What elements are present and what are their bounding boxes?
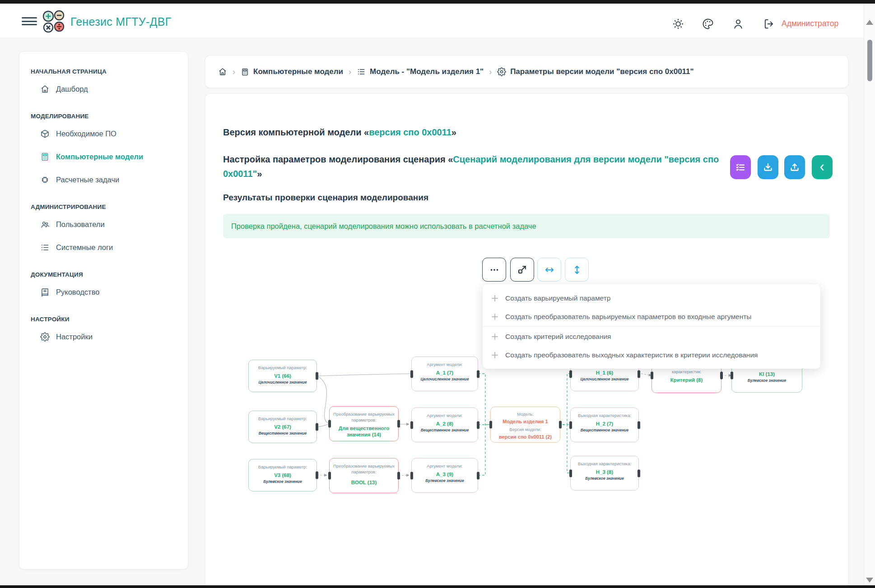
user-profile-button[interactable] [731, 18, 745, 31]
plus-icon [490, 312, 499, 321]
output-handle[interactable] [638, 469, 640, 477]
sidebar-section-documentation: ДОКУМЕНТАЦИЯ [31, 271, 188, 278]
diagram-node-a1[interactable]: Аргумент модели: A_1 (7) Целочисленное з… [411, 357, 478, 391]
theme-toggle-button[interactable] [671, 18, 685, 31]
output-handle[interactable] [397, 420, 400, 428]
sidebar-item-dashboard[interactable]: Дашборд [40, 78, 183, 101]
input-handle[interactable] [328, 472, 331, 480]
window-top-strip [0, 0, 875, 4]
diagram-more-actions-button[interactable] [482, 258, 506, 282]
output-handle[interactable] [477, 472, 479, 479]
create-element-menu: Создать варьируемый параметр Создать пре… [483, 284, 820, 369]
sidebar-item-manual[interactable]: Руководство [40, 281, 183, 304]
plus-icon [490, 351, 499, 360]
book-icon [40, 287, 50, 297]
output-handle[interactable] [316, 423, 318, 431]
diagram-node-transform-real[interactable]: Преобразование варьируемых параметров: Д… [329, 406, 399, 441]
sidebar-section-home: НАЧАЛЬНАЯ СТРАНИЦА [31, 68, 188, 75]
diagram-fit-horizontal-button[interactable] [537, 258, 561, 282]
input-handle[interactable] [410, 472, 413, 479]
home-icon [40, 84, 50, 94]
upload-button[interactable] [784, 155, 805, 179]
sidebar-item-calculation-tasks[interactable]: Расчетные задачи [40, 168, 183, 191]
output-handle[interactable] [559, 421, 562, 429]
scrollbar-down-arrow[interactable] [866, 578, 873, 583]
breadcrumb-computer-models[interactable]: Компьютерные модели [241, 67, 343, 76]
output-handle[interactable] [638, 370, 640, 378]
input-handle[interactable] [569, 421, 572, 429]
output-handle[interactable] [638, 421, 640, 429]
user-icon [732, 18, 745, 30]
input-handle[interactable] [328, 420, 331, 428]
sidebar-navigation: НАЧАЛЬНАЯ СТРАНИЦА Дашборд МОДЕЛИРОВАНИЕ… [19, 52, 188, 569]
output-handle[interactable] [477, 421, 479, 429]
gear-icon [40, 332, 50, 342]
input-handle[interactable] [410, 421, 413, 429]
menu-item-create-output-transformer[interactable]: Создать преобразователь выходных характе… [483, 346, 820, 364]
breadcrumb-version-parameters: Параметры версии модели "версия спо 0x00… [497, 67, 694, 76]
sidebar-item-system-logs[interactable]: Системные логи [40, 236, 183, 259]
plus-icon [490, 294, 499, 303]
list-icon [40, 243, 50, 252]
sidebar-item-computer-models[interactable]: Компьютерные модели [40, 145, 183, 168]
diagram-node-v3[interactable]: Варьируемый параметр: V3 (68) Булевское … [248, 459, 317, 491]
calculator-icon [241, 68, 249, 76]
input-handle[interactable] [569, 469, 572, 477]
palette-button[interactable] [701, 18, 715, 31]
input-handle[interactable] [489, 421, 492, 429]
current-user-role[interactable]: Администратор [782, 19, 838, 28]
diagram-node-transform-bool[interactable]: Преобразование варьируемых параметров: B… [329, 458, 399, 493]
vertical-scrollbar[interactable] [864, 4, 875, 585]
menu-item-create-input-transformer[interactable]: Создать преобразователь варьируемых пара… [483, 307, 820, 326]
sidebar-section-administration: АДМИНИСТРИРОВАНИЕ [31, 204, 188, 210]
scrollbar-up-arrow[interactable] [866, 20, 873, 25]
scrollbar-thumb[interactable] [867, 40, 872, 81]
diagram-fit-vertical-button[interactable] [565, 258, 589, 282]
breadcrumb-separator: › [489, 67, 492, 77]
page-title: Версия компьютерной модели «версия спо 0… [223, 127, 830, 138]
breadcrumb-home[interactable] [218, 67, 227, 76]
diagram-fullscreen-button[interactable] [510, 258, 534, 282]
diagram-node-a2[interactable]: Аргумент модели: A_2 (8) Вещественное зн… [411, 407, 478, 442]
input-handle[interactable] [731, 371, 733, 379]
sidebar-item-users[interactable]: Пользователи [40, 213, 183, 236]
arrows-horizontal-icon [544, 264, 555, 276]
output-handle[interactable] [316, 372, 318, 380]
diagram-node-v2[interactable]: Варьируемый параметр: V2 (67) Вещественн… [248, 411, 317, 443]
expand-icon [517, 264, 528, 275]
menu-item-create-varied-parameter[interactable]: Создать варьируемый параметр [483, 289, 820, 307]
breadcrumb-separator: › [233, 67, 235, 77]
diagram-node-h3[interactable]: Выходная характеристика: H_3 (8) Булевск… [570, 456, 639, 491]
output-handle[interactable] [720, 372, 723, 380]
checklist-icon [735, 162, 746, 173]
list-icon [357, 67, 366, 76]
output-handle[interactable] [397, 472, 400, 480]
download-button[interactable] [758, 155, 778, 179]
validation-success-alert: Проверка пройдена, сценарий моделировани… [223, 214, 830, 238]
results-title: Результаты проверки сценария моделирован… [223, 193, 830, 203]
breadcrumb-model[interactable]: Модель - "Модель изделия 1" [357, 67, 484, 76]
window-bottom-strip [0, 585, 875, 588]
home-icon [218, 67, 227, 76]
logout-icon [763, 18, 775, 30]
sidebar-section-modeling: МОДЕЛИРОВАНИЕ [31, 113, 188, 120]
diagram-node-v1[interactable]: Варьируемый параметр: V1 (66) Целочислен… [248, 360, 317, 392]
diagram-node-model[interactable]: Модель: Модель изделия 1 Версия модели: … [490, 407, 560, 443]
app-header: Генезис МГТУ-ДВГ [0, 4, 864, 38]
parameters-list-button[interactable] [730, 155, 751, 179]
diagram-node-a3[interactable]: Аргумент модели: A_3 (9) Булевское значе… [411, 458, 478, 493]
menu-item-create-research-criterion[interactable]: Создать критерий исследования [483, 327, 820, 346]
input-handle[interactable] [651, 372, 653, 380]
output-handle[interactable] [477, 370, 479, 378]
diagram-node-h2[interactable]: Выходная характеристика: H_2 (7) Веществ… [570, 407, 639, 442]
collapse-panel-button[interactable] [812, 155, 833, 179]
sidebar-item-settings[interactable]: Настройки [40, 325, 183, 348]
sidebar-item-required-software[interactable]: Необходимое ПО [40, 122, 183, 145]
scenario-subtitle: Настройка параметров моделирования сцена… [223, 152, 724, 181]
users-icon [40, 220, 50, 229]
hamburger-menu-button[interactable] [22, 15, 37, 28]
output-handle[interactable] [316, 472, 318, 479]
logout-button[interactable] [762, 18, 776, 31]
input-handle[interactable] [569, 370, 572, 378]
input-handle[interactable] [410, 370, 413, 378]
